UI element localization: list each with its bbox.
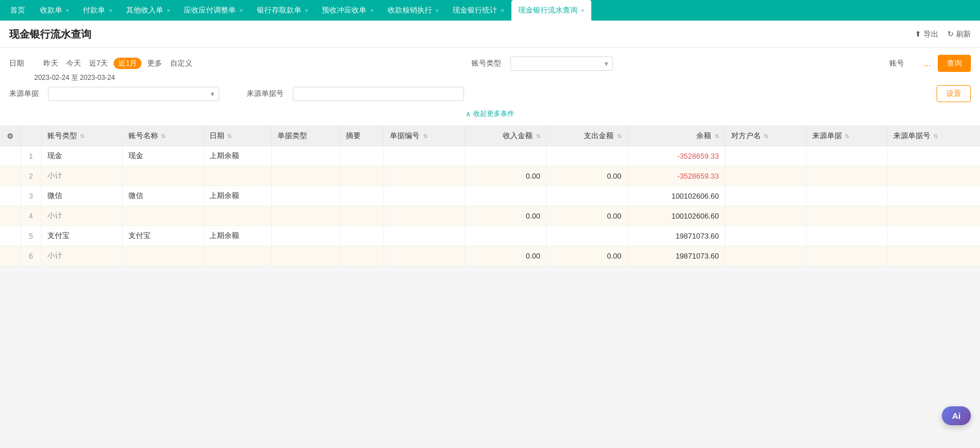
th-account-name-label: 账号名称 — [128, 131, 158, 140]
chevron-up-icon: ∧ — [466, 110, 471, 118]
td-income: 0.00 — [465, 166, 546, 186]
date-opt-today[interactable]: 今天 — [64, 58, 83, 69]
source-doc-num-input[interactable] — [293, 87, 464, 101]
th-doc-num[interactable]: 单据编号 ⇅ — [384, 126, 465, 146]
th-doc-type: 单据类型 — [272, 126, 340, 146]
nav-tab-1[interactable]: 付款单 × — [76, 0, 119, 21]
th-income-label: 收入金额 — [503, 131, 533, 140]
nav-tab-2[interactable]: 其他收入单 × — [119, 0, 177, 21]
td-expense — [546, 186, 627, 206]
nav-home[interactable]: 首页 — [2, 0, 33, 21]
th-source-doc-num[interactable]: 来源单据号 ⇅ — [887, 126, 980, 146]
td-doc-type — [272, 246, 340, 266]
refresh-button[interactable]: ↻ 刷新 — [947, 29, 971, 39]
td-doc-num — [384, 186, 465, 206]
date-opt-custom[interactable]: 自定义 — [168, 58, 195, 69]
td-expense — [546, 146, 627, 166]
td-income — [465, 146, 546, 166]
td-doc-num — [384, 206, 465, 226]
td-account-name — [122, 246, 203, 266]
nav-tab-7[interactable]: 现金银行统计 × — [446, 0, 511, 21]
td-summary — [340, 166, 384, 186]
td-source-doc — [806, 166, 887, 186]
close-icon[interactable]: × — [167, 7, 170, 14]
date-opt-7days[interactable]: 近7天 — [87, 58, 110, 69]
sort-icon: ⇅ — [423, 133, 428, 139]
td-doc-type — [272, 206, 340, 226]
nav-tab-8[interactable]: 现金银行流水查询 × — [511, 0, 591, 21]
nav-tab-3[interactable]: 应收应付调整单 × — [177, 0, 249, 21]
th-counterparty[interactable]: 对方户名 ⇅ — [725, 126, 806, 146]
td-balance: -3528659.33 — [627, 146, 725, 166]
source-doc-select[interactable] — [48, 87, 219, 101]
data-table: ⚙ 账号类型 ⇅ 账号名称 ⇅ 日期 ⇅ 单据类型 摘要 — [0, 126, 980, 266]
account-label: 账号 — [889, 58, 912, 68]
nav-tab-5[interactable]: 预收冲应收单 × — [315, 0, 380, 21]
td-date: 上期余额 — [203, 186, 272, 206]
td-row-num: 1 — [21, 146, 41, 166]
td-doc-type — [272, 166, 340, 186]
th-expense[interactable]: 支出金额 ⇅ — [546, 126, 627, 146]
td-counterparty — [725, 246, 806, 266]
th-account-type[interactable]: 账号类型 ⇅ — [41, 126, 122, 146]
settings-button[interactable]: 设置 — [937, 85, 971, 102]
sort-icon: ⇅ — [764, 133, 768, 139]
query-button[interactable]: 查询 — [938, 55, 971, 72]
nav-tab-4[interactable]: 银行存取款单 × — [250, 0, 315, 21]
close-icon[interactable]: × — [305, 7, 308, 14]
td-doc-num — [384, 146, 465, 166]
filter-area: 日期 昨天 今天 近7天 近1月 更多 自定义 账号类型 账号 — [0, 48, 980, 126]
account-dots-button[interactable]: ... — [921, 58, 933, 68]
td-counterparty — [725, 146, 806, 166]
td-account-type: 小计 — [41, 166, 122, 186]
close-icon[interactable]: × — [108, 7, 112, 14]
th-income[interactable]: 收入金额 ⇅ — [465, 126, 546, 146]
table-body: 1现金现金上期余额-3528659.332小计0.000.00-3528659.… — [0, 146, 980, 266]
td-source-doc — [806, 186, 887, 206]
td-date — [203, 166, 272, 186]
td-account-type: 现金 — [41, 146, 122, 166]
source-doc-select-wrapper — [48, 87, 219, 101]
nav-tab-6[interactable]: 收款核销执行 × — [381, 0, 446, 21]
th-settings[interactable]: ⚙ — [0, 126, 21, 146]
th-source-doc-label: 来源单据 — [812, 131, 842, 140]
td-row-num: 5 — [21, 226, 41, 246]
td-expense: 0.00 — [546, 206, 627, 226]
th-balance[interactable]: 余额 ⇅ — [627, 126, 725, 146]
td-source-doc-num — [887, 166, 980, 186]
close-icon[interactable]: × — [66, 7, 69, 14]
th-account-name[interactable]: 账号名称 ⇅ — [122, 126, 203, 146]
table-row: 1现金现金上期余额-3528659.33 — [0, 146, 980, 166]
account-type-label: 账号类型 — [471, 58, 501, 68]
account-type-select-wrapper — [510, 56, 613, 71]
th-source-doc[interactable]: 来源单据 ⇅ — [806, 126, 887, 146]
td-income — [465, 226, 546, 246]
td-gear — [0, 166, 21, 186]
td-counterparty — [725, 226, 806, 246]
td-summary — [340, 246, 384, 266]
td-account-type: 微信 — [41, 186, 122, 206]
date-opt-yesterday[interactable]: 昨天 — [41, 58, 61, 69]
table-row: 2小计0.000.00-3528659.33 — [0, 166, 980, 186]
table-row: 6小计0.000.0019871073.60 — [0, 246, 980, 266]
date-label: 日期 — [9, 58, 32, 68]
source-doc-num-label: 来源单据号 — [247, 88, 284, 99]
td-balance: 19871073.60 — [627, 226, 725, 246]
td-doc-type — [272, 226, 340, 246]
close-icon[interactable]: × — [239, 7, 243, 14]
source-doc-label: 来源单据 — [9, 88, 39, 99]
collapse-bar[interactable]: ∧ 收起更多条件 — [9, 107, 971, 121]
date-opt-1month[interactable]: 近1月 — [114, 58, 142, 69]
th-date[interactable]: 日期 ⇅ — [203, 126, 272, 146]
export-button[interactable]: ⬆ 导出 — [915, 29, 938, 39]
td-date — [203, 246, 272, 266]
close-icon[interactable]: × — [370, 7, 373, 14]
nav-tab-0[interactable]: 收款单 × — [33, 0, 76, 21]
account-type-select[interactable] — [510, 56, 613, 71]
header-actions: ⬆ 导出 ↻ 刷新 — [915, 29, 971, 39]
close-icon[interactable]: × — [435, 7, 439, 14]
td-balance: 100102606.60 — [627, 186, 725, 206]
close-icon[interactable]: × — [581, 7, 584, 14]
date-opt-more[interactable]: 更多 — [145, 58, 164, 69]
close-icon[interactable]: × — [501, 7, 504, 14]
